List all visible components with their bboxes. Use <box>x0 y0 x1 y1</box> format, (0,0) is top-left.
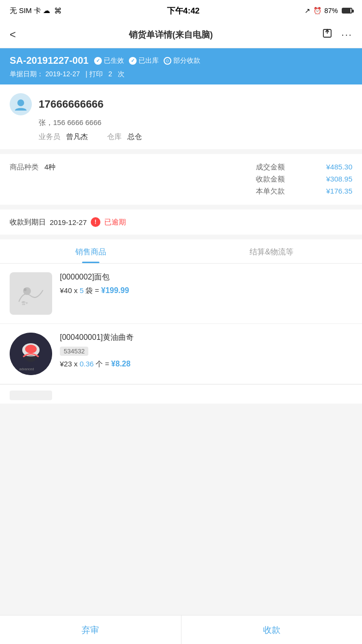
warehouse-label: 仓库 <box>107 132 122 140</box>
status-left: 无 SIM 卡 ☁ ⌘ <box>10 6 62 15</box>
product-qty-1: 5 <box>80 286 84 294</box>
product-item-3-partial <box>0 384 362 404</box>
product-price-2: ¥23 x 0.36 个 = ¥8.28 <box>60 360 352 369</box>
battery-icon <box>342 8 352 14</box>
due-label: 收款到期日 <box>10 218 46 227</box>
overdue-text: 已逾期 <box>104 218 126 227</box>
check-icon-1: ✓ <box>94 57 102 65</box>
due-section: 收款到期日 2019-12-27 ! 已逾期 <box>0 210 362 235</box>
product-price-1: ¥40 x 5 袋 = ¥199.99 <box>60 286 352 295</box>
bottom-spacer <box>0 404 362 437</box>
sim-label: 无 SIM 卡 ☁ <box>10 6 50 15</box>
nav-icons: ··· <box>322 28 352 41</box>
status-shipped: ✓ 已出库 <box>129 56 159 65</box>
product-qty-2: 0.36 <box>80 360 94 368</box>
overdue-icon: ! <box>91 217 100 227</box>
product-sku-2: 534532 <box>60 347 88 356</box>
debt-label: 本单欠款 <box>256 187 285 196</box>
tabs-row: 销售商品 结算&物流等 <box>0 239 362 263</box>
customer-section: 17666666666 张，156 6666 6666 业务员 曾凡杰 仓库 总… <box>0 84 362 149</box>
order-id: SA-20191227-001 <box>10 55 88 66</box>
confirm-button[interactable]: 收款 <box>181 616 362 644</box>
staff-label: 业务员 <box>39 132 60 140</box>
product-name-1: [0000002]面包 <box>60 272 352 282</box>
customer-sub: 张，156 6666 6666 <box>39 118 352 127</box>
more-button[interactable]: ··· <box>341 29 352 40</box>
page-title: 销货单详情(来自电脑) <box>129 29 213 41</box>
product-item-2: advanced [000400001]黄油曲奇 534532 ¥23 x 0.… <box>0 324 362 384</box>
products-section: 雪+ [0000002]面包 ¥40 x 5 袋 = ¥199.99 <box>0 264 362 404</box>
product-info-1: [0000002]面包 ¥40 x 5 袋 = ¥199.99 <box>60 272 352 295</box>
status-right: ↗ ⏰ 87% <box>305 7 352 14</box>
tabs-section: 销售商品 结算&物流等 <box>0 239 362 264</box>
product-total-2: ¥8.28 <box>111 360 130 368</box>
type-label: 商品种类 <box>10 163 39 172</box>
customer-avatar <box>10 93 32 115</box>
product-info-2: [000400001]黄油曲奇 534532 ¥23 x 0.36 个 = ¥8… <box>60 333 352 369</box>
product-image-2: advanced <box>10 333 52 375</box>
svg-point-1 <box>17 99 24 106</box>
summary-section: 商品种类 4种 成交金额 ¥485.30 收款金额 ¥308.95 本单欠款 ¥… <box>0 154 362 205</box>
status-activated: ✓ 已生效 <box>94 56 124 65</box>
clock-icon: ⊙ <box>164 57 171 65</box>
tab-settlement-logistics[interactable]: 结算&物流等 <box>181 239 362 263</box>
debt-value: ¥176.35 <box>326 187 352 196</box>
warehouse-value: 总仓 <box>127 132 142 140</box>
order-date: 单据日期： 2019-12-27 | 打印 2 次 <box>10 70 352 79</box>
alarm-icon: ⏰ <box>313 7 321 14</box>
order-banner: SA-20191227-001 ✓ 已生效 ✓ 已出库 ⊙ 部分收款 单据日期：… <box>0 48 362 84</box>
product-total-1: ¥199.99 <box>101 286 129 294</box>
status-partial-payment: ⊙ 部分收款 <box>164 56 200 65</box>
summary-right: 成交金额 ¥485.30 收款金额 ¥308.95 本单欠款 ¥176.35 <box>256 163 352 196</box>
product-item: 雪+ [0000002]面包 ¥40 x 5 袋 = ¥199.99 <box>0 264 362 324</box>
customer-meta: 业务员 曾凡杰 仓库 总仓 <box>39 132 352 141</box>
due-date: 2019-12-27 <box>50 218 87 226</box>
type-value: 4种 <box>44 163 56 172</box>
svg-point-7 <box>25 345 37 353</box>
status-tags: ✓ 已生效 ✓ 已出库 ⊙ 部分收款 <box>94 56 200 65</box>
battery-level: 87% <box>324 7 338 14</box>
tab-sales-products[interactable]: 销售商品 <box>0 239 181 263</box>
svg-text:advanced: advanced <box>19 367 34 371</box>
status-bar: 无 SIM 卡 ☁ ⌘ 下午4:42 ↗ ⏰ 87% <box>0 0 362 21</box>
received-label: 收款金额 <box>256 175 285 184</box>
product-name-2: [000400001]黄油曲奇 <box>60 333 352 343</box>
bottom-bar: 弃审 收款 <box>0 615 362 644</box>
cancel-button[interactable]: 弃审 <box>0 616 181 644</box>
location-icon: ↗ <box>305 7 310 14</box>
status-time: 下午4:42 <box>167 5 200 16</box>
amount-value: ¥485.30 <box>326 163 352 172</box>
nav-bar: < 销货单详情(来自电脑) ··· <box>0 21 362 48</box>
customer-name: 17666666666 <box>39 98 104 111</box>
check-icon-2: ✓ <box>129 57 137 65</box>
received-value: ¥308.95 <box>326 175 352 184</box>
amount-label: 成交金额 <box>256 163 285 172</box>
back-button[interactable]: < <box>10 27 20 43</box>
svg-text:雪+: 雪+ <box>21 301 28 306</box>
share-button[interactable] <box>322 28 333 41</box>
svg-point-3 <box>24 288 27 291</box>
product-image-1: 雪+ <box>10 272 52 315</box>
staff-value: 曾凡杰 <box>66 132 88 140</box>
wifi-icon: ⌘ <box>54 6 62 15</box>
